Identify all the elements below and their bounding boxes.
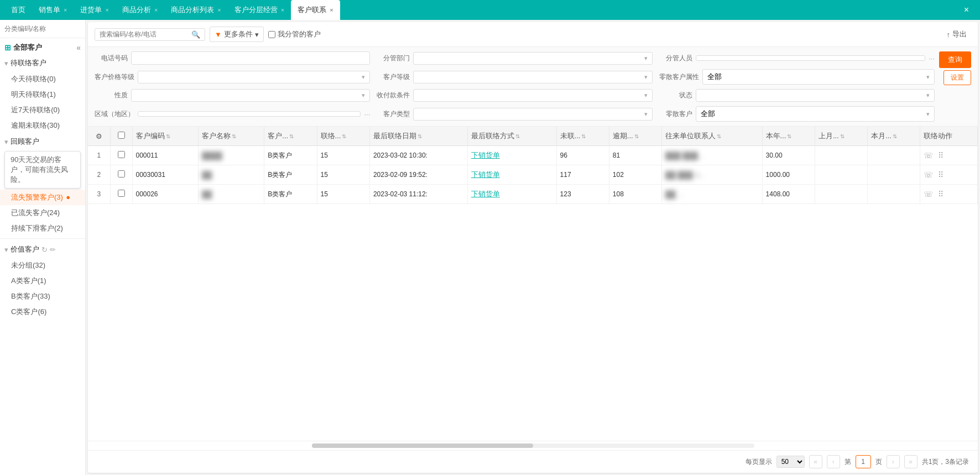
nav-customer-contact-close[interactable]: × <box>330 7 333 13</box>
nav-sales-close[interactable]: × <box>64 7 67 13</box>
filter-person-select[interactable] <box>696 55 925 61</box>
contact-icon[interactable]: ☏ <box>924 190 934 199</box>
search-submit-icon[interactable]: 🔍 <box>191 30 200 39</box>
th-this-month: 本月...⇅ <box>868 127 920 146</box>
filter-payment-select[interactable]: ▾ <box>413 89 652 102</box>
more-actions-icon[interactable]: ⠿ <box>938 190 943 199</box>
filter-price-grade-label: 客户价格等级 <box>95 72 134 82</box>
contact-icon[interactable]: ☏ <box>924 151 934 160</box>
filter-status-select[interactable]: ▾ <box>696 89 935 102</box>
nav-goods-analysis-close[interactable]: × <box>154 7 158 13</box>
nav-customer-contact[interactable]: 客户联系 × <box>291 0 340 20</box>
sort-icon-this-month[interactable]: ⇅ <box>893 133 897 139</box>
filter-person-more[interactable]: ··· <box>929 54 935 62</box>
caret-down-icon-6: ▾ <box>644 92 648 99</box>
query-button[interactable]: 查询 <box>939 51 971 68</box>
sidebar-item-overdue[interactable]: 逾期未联络(30) <box>0 118 85 133</box>
sort-icon-contact[interactable]: ⇅ <box>342 133 346 139</box>
filter-dept-select[interactable]: ▾ <box>413 52 652 65</box>
sidebar-item-unsorted[interactable]: 未分组(32) <box>0 258 85 273</box>
sidebar-item-class-a[interactable]: A类客户(1) <box>0 273 85 289</box>
filter-label: 更多条件 <box>224 29 253 39</box>
tooltip-text: 90天无交易的客户，可能有流失风险。 <box>11 155 68 184</box>
sidebar-group-review[interactable]: ▾ 回顾客户 <box>0 133 85 150</box>
next-page-button[interactable]: › <box>887 455 900 468</box>
more-filter-button[interactable]: ▼ 更多条件 ▾ <box>210 27 264 42</box>
search-input[interactable] <box>100 30 191 38</box>
row-checkbox[interactable] <box>118 170 125 178</box>
last-method-link[interactable]: 下销货单 <box>471 170 500 179</box>
first-page-button[interactable]: « <box>809 455 822 468</box>
per-page-select[interactable]: 50 100 200 <box>776 456 805 468</box>
sidebar-item-churned[interactable]: 已流失客户(24) <box>0 205 85 221</box>
contact-icon[interactable]: ☏ <box>924 170 934 179</box>
sort-icon-code[interactable]: ⇅ <box>166 133 170 139</box>
sidebar-item-class-c[interactable]: C类客户(6) <box>0 304 85 320</box>
sidebar-search-input[interactable] <box>4 25 86 33</box>
sort-icon-overdue[interactable]: ⇅ <box>634 133 639 139</box>
sort-icon-this-year[interactable]: ⇅ <box>787 133 791 139</box>
sort-icon-type[interactable]: ⇅ <box>289 133 294 139</box>
filter-region-select[interactable] <box>138 111 361 117</box>
nav-customer-segment-close[interactable]: × <box>281 7 284 13</box>
filter-customer-grade-select[interactable]: ▾ <box>413 71 652 83</box>
sidebar-item-7days[interactable]: 近7天待联络(0) <box>0 102 85 118</box>
filter-retail-attr-select[interactable]: 全部 ▾ <box>702 69 935 85</box>
filter-person-label: 分管人员 <box>659 54 692 63</box>
last-method-link[interactable]: 下销货单 <box>471 151 500 159</box>
sidebar-item-class-b[interactable]: B类客户(33) <box>0 289 85 304</box>
last-method-link[interactable]: 下销货单 <box>471 190 500 198</box>
sort-icon-not-contacted[interactable]: ⇅ <box>581 133 586 139</box>
sort-icon-last-method[interactable]: ⇅ <box>515 133 520 139</box>
row-checkbox[interactable] <box>118 151 125 158</box>
edit-icon[interactable]: ✏ <box>50 246 56 254</box>
prev-page-button[interactable]: ‹ <box>827 455 840 468</box>
filter-payment: 收付款条件 ▾ <box>377 89 652 102</box>
sidebar-item-declining[interactable]: 持续下滑客户(2) <box>0 221 85 236</box>
sort-icon-last-month[interactable]: ⇅ <box>840 133 845 139</box>
horizontal-scrollbar[interactable] <box>312 443 754 448</box>
sidebar-item-today[interactable]: 今天待联络(0) <box>0 71 85 87</box>
sidebar-group-pending[interactable]: ▾ 待联络客户 <box>0 55 85 71</box>
last-page-button[interactable]: » <box>904 455 918 468</box>
my-customers-checkbox-label[interactable]: 我分管的客户 <box>268 29 321 39</box>
more-actions-icon[interactable]: ⠿ <box>938 151 943 160</box>
filter-retail-select[interactable]: 全部 ▾ <box>696 106 935 122</box>
refresh-icon[interactable]: ↻ <box>41 246 48 254</box>
sidebar-item-churn-warning[interactable]: 流失预警客户(3) ● <box>0 190 85 205</box>
th-last-date-label: 最后联络日期 <box>373 132 416 140</box>
sidebar-collapse-icon[interactable]: « <box>76 43 81 52</box>
horizontal-scrollbar-thumb[interactable] <box>312 443 533 448</box>
nav-purchase[interactable]: 进货单 × <box>74 0 115 20</box>
filter-region-more[interactable]: ··· <box>364 110 370 118</box>
settings-button[interactable]: 设置 <box>943 70 971 85</box>
filter-nature-select[interactable]: ▾ <box>131 89 370 102</box>
more-actions-icon[interactable]: ⠿ <box>938 170 943 179</box>
sidebar-group-value[interactable]: ▾ 价值客户 ↻ ✏ <box>0 241 85 258</box>
th-actions-label: 联络动作 <box>924 132 952 140</box>
window-close-button[interactable]: × <box>957 5 976 15</box>
nav-sales[interactable]: 销售单 × <box>32 0 74 20</box>
nav-home[interactable]: 首页 <box>4 0 32 20</box>
row-checkbox[interactable] <box>118 190 125 197</box>
sort-icon-last-date[interactable]: ⇅ <box>418 133 422 139</box>
export-button[interactable]: ↑ 导出 <box>942 27 972 41</box>
sidebar-item-tomorrow[interactable]: 明天待联络(1) <box>0 87 85 102</box>
gear-icon[interactable]: ⚙ <box>96 132 102 140</box>
my-customers-checkbox[interactable] <box>268 31 275 38</box>
sort-icon-contacts[interactable]: ⇅ <box>717 133 721 139</box>
nav-purchase-close[interactable]: × <box>105 7 108 13</box>
nav-goods-analysis-list-close[interactable]: × <box>217 7 221 13</box>
filter-row-1: 电话号码 分管部门 ▾ 分管人员 <box>95 51 935 65</box>
nav-customer-segment[interactable]: 客户分层经营 × <box>228 0 291 20</box>
filter-customer-type-select[interactable]: ▾ <box>413 108 652 121</box>
nav-goods-analysis-list[interactable]: 商品分析列表 × <box>164 0 227 20</box>
nav-goods-analysis[interactable]: 商品分析 × <box>116 0 164 20</box>
filter-phone-input[interactable] <box>131 51 370 65</box>
cell-this-month <box>868 146 920 165</box>
select-all-checkbox[interactable] <box>118 132 125 139</box>
cell-last-date: 2023-02-03 11:12: <box>369 185 467 204</box>
sort-icon-name[interactable]: ⇅ <box>232 133 236 139</box>
filter-retail-attr: 零散客户属性 全部 ▾ <box>659 69 935 85</box>
filter-price-grade-select[interactable]: ▾ <box>138 71 370 83</box>
